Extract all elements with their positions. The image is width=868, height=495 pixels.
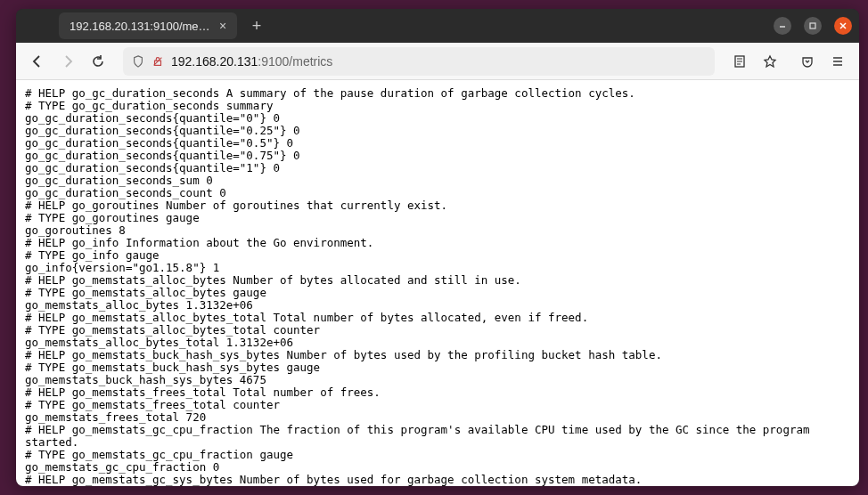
window-controls bbox=[774, 9, 852, 43]
window-close-button[interactable] bbox=[834, 17, 852, 35]
right-toolbar bbox=[795, 49, 850, 74]
url-display: 192.168.20.131:9100/metrics bbox=[171, 54, 332, 69]
forward-button[interactable] bbox=[55, 49, 80, 74]
tab-close-icon[interactable]: × bbox=[216, 19, 230, 33]
minimize-button[interactable] bbox=[774, 17, 791, 35]
new-tab-button[interactable]: + bbox=[248, 17, 266, 36]
reader-mode-button[interactable] bbox=[727, 49, 752, 74]
shield-icon[interactable] bbox=[132, 55, 144, 68]
svg-rect-1 bbox=[810, 23, 815, 28]
tab-title: 192.168.20.131:9100/metric bbox=[70, 20, 210, 33]
browser-tab[interactable]: 192.168.20.131:9100/metric × bbox=[59, 12, 237, 39]
toolbar: 192.168.20.131:9100/metrics bbox=[16, 43, 859, 80]
titlebar: 192.168.20.131:9100/metric × + bbox=[16, 9, 859, 43]
insecure-lock-icon[interactable] bbox=[151, 55, 164, 68]
pocket-button[interactable] bbox=[795, 49, 820, 74]
browser-window: 192.168.20.131:9100/metric × + bbox=[16, 9, 859, 486]
url-host: 192.168.20.131 bbox=[171, 54, 258, 69]
back-button[interactable] bbox=[25, 49, 50, 74]
maximize-button[interactable] bbox=[804, 17, 822, 35]
metrics-output: # HELP go_gc_duration_seconds A summary … bbox=[25, 87, 850, 486]
url-path: :9100/metrics bbox=[258, 54, 332, 69]
address-bar[interactable]: 192.168.20.131:9100/metrics bbox=[123, 47, 715, 76]
reload-button[interactable] bbox=[86, 49, 111, 74]
page-content[interactable]: # HELP go_gc_duration_seconds A summary … bbox=[16, 80, 859, 486]
bookmark-button[interactable] bbox=[757, 49, 782, 74]
menu-button[interactable] bbox=[825, 49, 850, 74]
